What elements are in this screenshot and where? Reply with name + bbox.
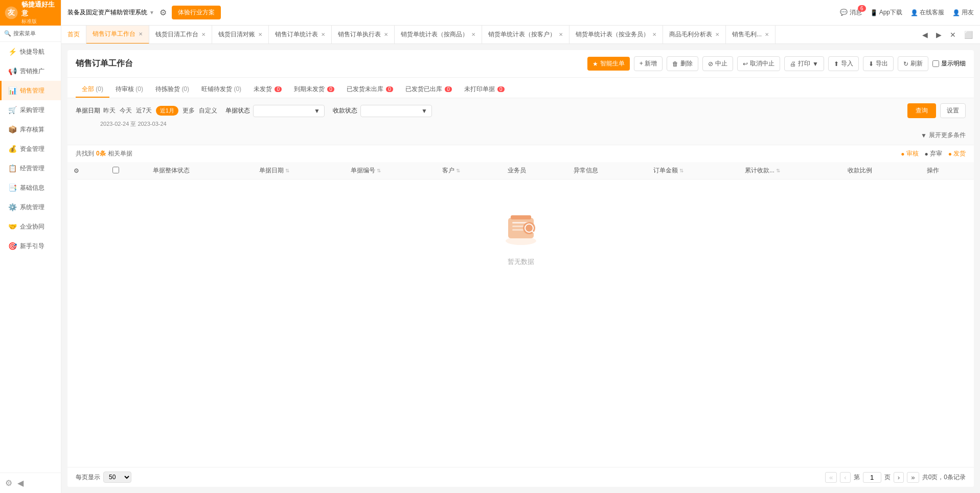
online-service-link[interactable]: 👤 在线客服 — [910, 8, 944, 17]
date-opt-7days[interactable]: 近7天 — [136, 106, 152, 115]
export-button[interactable]: ⬇ 导出 — [863, 56, 894, 71]
expand-more-button[interactable]: ▼ 展开更多条件 — [921, 131, 966, 140]
sidebar-settings-icon[interactable]: ⚙ — [5, 478, 12, 488]
tab-close-icon[interactable]: ✕ — [652, 32, 656, 37]
prev-page-button[interactable]: ‹ — [840, 472, 850, 483]
per-page-select[interactable]: 10 20 50 100 — [103, 472, 131, 483]
show-detail-toggle[interactable]: 显示明细 — [932, 59, 966, 68]
tab-sales-order-stats[interactable]: 销售订单统计表 ✕ — [269, 26, 332, 44]
suspend-button[interactable]: ⊘ 中止 — [702, 56, 733, 71]
print-button[interactable]: 🖨 打印 ▼ — [784, 56, 824, 71]
review-button[interactable]: ● 审核 — [901, 149, 918, 158]
tab-home[interactable]: 首页 — [61, 26, 86, 44]
settings-icon[interactable]: ⚙ — [159, 8, 167, 17]
sidebar-item-guide[interactable]: 🎯 新手引导 — [0, 236, 61, 256]
tab-close-icon[interactable]: ✕ — [384, 32, 388, 37]
system-title-dropdown[interactable]: 装备及固定资产辅助管理系统 ▼ — [67, 8, 154, 17]
date-opt-today[interactable]: 今天 — [120, 106, 132, 115]
sidebar: 友 畅捷通好生意 标准版 🔍 搜索菜单 ⚡ 快捷导航 📢 营销推广 📊 销售管理… — [0, 0, 61, 493]
query-button[interactable]: 查询 — [907, 103, 936, 118]
first-page-button[interactable]: « — [825, 472, 837, 483]
add-button[interactable]: + 新增 — [634, 56, 663, 71]
set-button[interactable]: 设置 — [940, 103, 966, 118]
tab-sales-more[interactable]: 销售毛利... ✕ — [726, 26, 776, 44]
tab-close-icon[interactable]: ✕ — [321, 32, 325, 37]
sub-tab-not-shipped[interactable]: 未发货 0 — [247, 82, 288, 98]
page-number-input[interactable] — [863, 472, 881, 483]
tab-close-icon[interactable]: ✕ — [559, 32, 563, 37]
cancel-suspend-button[interactable]: ↩ 取消中止 — [737, 56, 780, 71]
sub-tab-not-printed[interactable]: 未打印单据 0 — [458, 82, 511, 98]
tab-product-margin[interactable]: 商品毛利分析表 ✕ — [663, 26, 726, 44]
th-checkbox[interactable] — [106, 162, 147, 180]
sidebar-item-marketing[interactable]: 📢 营销推广 — [0, 61, 61, 81]
th-settings[interactable]: ⚙ — [67, 162, 106, 180]
sidebar-item-finance[interactable]: 💰 资金管理 — [0, 139, 61, 159]
sidebar-item-sales[interactable]: 📊 销售管理 — [0, 81, 61, 100]
import-button[interactable]: ⬆ 导入 — [828, 56, 859, 71]
sidebar-collapse-icon[interactable]: ◀ — [17, 478, 24, 488]
sidebar-search[interactable]: 🔍 搜索菜单 — [0, 26, 61, 42]
sidebar-item-purchase[interactable]: 🛒 采购管理 — [0, 100, 61, 120]
ship-button[interactable]: ● 发货 — [948, 149, 966, 158]
industry-solution-button[interactable]: 体验行业方案 — [172, 6, 221, 19]
date-opt-yesterday[interactable]: 昨天 — [103, 106, 116, 115]
tab-sales-order-exec[interactable]: 销售订单执行表 ✕ — [332, 26, 395, 44]
refresh-button[interactable]: ↻ 刷新 — [898, 56, 928, 71]
show-detail-checkbox[interactable] — [932, 60, 939, 67]
sub-tab-wangpu[interactable]: 旺铺待发货 (0) — [195, 82, 247, 98]
sidebar-item-system[interactable]: ⚙️ 系统管理 — [0, 197, 61, 217]
tab-sales-stats-product[interactable]: 销货单统计表（按商品） ✕ — [395, 26, 482, 44]
delete-button[interactable]: 🗑 删除 — [667, 56, 698, 71]
th-amount[interactable]: 订单金额 ⇅ — [647, 162, 739, 180]
tab-close-icon[interactable]: ✕ — [715, 32, 719, 37]
status-select[interactable]: ▼ — [253, 105, 325, 117]
tab-nav-prev-icon[interactable]: ◀ — [919, 30, 931, 40]
tab-maximize-icon[interactable]: ⬜ — [961, 30, 976, 40]
tab-close-icon[interactable]: ✕ — [765, 32, 769, 37]
tab-close-icon[interactable]: ✕ — [201, 32, 206, 37]
th-abnormal[interactable]: 异常信息 — [567, 162, 647, 180]
next-page-button[interactable]: › — [894, 472, 904, 483]
sub-tab-shipped-not-out[interactable]: 已发货未出库 0 — [340, 82, 399, 98]
tab-close-icon[interactable]: ✕ — [471, 32, 475, 37]
tab-sales-order-workbench[interactable]: 销售订单工作台 ✕ — [86, 26, 149, 44]
date-opt-custom[interactable]: 自定义 — [199, 106, 217, 115]
sidebar-item-inventory[interactable]: 📦 库存核算 — [0, 120, 61, 139]
th-status[interactable]: 单据整体状态 — [147, 162, 253, 180]
th-date[interactable]: 单据日期 ⇅ — [253, 162, 345, 180]
tab-cash-reconcile[interactable]: 钱货日清对账 ✕ — [212, 26, 269, 44]
date-opt-more[interactable]: 更多 — [183, 106, 195, 115]
sub-tab-pending-review[interactable]: 待审核 (0) — [109, 82, 149, 98]
tab-sales-stats-staff[interactable]: 销货单统计表（按业务员） ✕ — [569, 26, 663, 44]
tab-sales-stats-customer[interactable]: 销货单统计表（按客户） ✕ — [482, 26, 569, 44]
last-page-button[interactable]: » — [907, 472, 919, 483]
th-staff[interactable]: 业务员 — [502, 162, 568, 180]
cancel-review-button[interactable]: ● 弃审 — [925, 149, 942, 158]
tab-nav-next-icon[interactable]: ▶ — [933, 30, 945, 40]
user-menu[interactable]: 👤 用友 — [952, 8, 974, 17]
tab-cash-daily[interactable]: 钱货日清工作台 ✕ — [149, 26, 212, 44]
th-number[interactable]: 单据编号 ⇅ — [345, 162, 436, 180]
message-icon: 💬 — [840, 9, 848, 16]
th-customer[interactable]: 客户 ⇅ — [436, 162, 501, 180]
star-icon: ★ — [592, 60, 598, 68]
sidebar-item-enterprise[interactable]: 🤝 企业协同 — [0, 217, 61, 236]
tab-close-icon[interactable]: ✕ — [139, 31, 143, 37]
message-badge-container[interactable]: 💬 6 消息 — [840, 8, 861, 17]
sub-tab-pending-inspect[interactable]: 待拣验货 (0) — [149, 82, 195, 98]
tab-close-all-icon[interactable]: ✕ — [947, 30, 959, 40]
date-opt-1month[interactable]: 近1月 — [156, 106, 178, 116]
sidebar-item-quick-nav[interactable]: ⚡ 快捷导航 — [0, 42, 61, 61]
sidebar-item-operations[interactable]: 📋 经营管理 — [0, 159, 61, 178]
sidebar-item-basic-info[interactable]: 📑 基础信息 — [0, 178, 61, 197]
tab-close-icon[interactable]: ✕ — [258, 32, 262, 37]
select-all-checkbox[interactable] — [112, 167, 119, 173]
sub-tab-all[interactable]: 全部 (0) — [76, 82, 109, 98]
smart-create-button[interactable]: ★ 智能生单 — [587, 57, 630, 71]
sub-tab-shipped-out[interactable]: 已发货已出库 0 — [399, 82, 458, 98]
app-download-link[interactable]: 📱 App下载 — [870, 8, 902, 17]
sub-tab-overdue[interactable]: 到期未发货 0 — [288, 82, 340, 98]
payment-select[interactable]: ▼ — [360, 105, 432, 117]
th-received[interactable]: 累计收款... ⇅ — [739, 162, 841, 180]
